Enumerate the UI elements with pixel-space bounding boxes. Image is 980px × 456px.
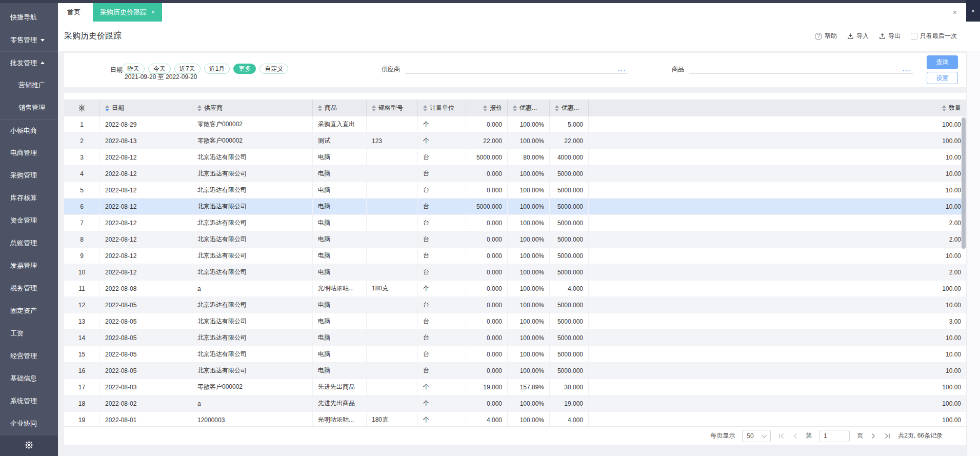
table-scrollbar-thumb[interactable] (962, 117, 966, 249)
window-corner-button[interactable]: × (966, 0, 980, 22)
table-row[interactable]: 8 2022-08-12 北京迅达有限公司 电脑 台 0.000 100.00%… (64, 231, 966, 248)
product-picker-icon[interactable]: ... (903, 66, 911, 73)
cell-discount-price: 5000.000 (550, 363, 589, 379)
cell-row-number: 4 (64, 166, 100, 182)
cell-unit: 台 (418, 199, 466, 214)
column-header-quantity[interactable]: 数量 (876, 100, 966, 116)
last-page-button[interactable] (884, 433, 891, 439)
help-button[interactable]: ? 帮助 (815, 32, 837, 41)
sort-icon[interactable] (942, 105, 946, 111)
sidebar-item[interactable]: 基础信息 (0, 367, 58, 390)
cell-product: 电脑 (313, 215, 367, 231)
sort-icon[interactable] (483, 105, 487, 111)
table-row[interactable]: 2 2022-08-13 零散客户000002 测试 123 个 22.000 … (64, 133, 966, 149)
sidebar-item[interactable]: 营销推广 (0, 74, 58, 96)
supplier-picker-icon[interactable]: ... (618, 66, 626, 73)
sort-icon[interactable] (555, 105, 559, 111)
cell-quantity: 10.00 (876, 248, 966, 264)
table-row[interactable]: 10 2022-08-12 北京迅达有限公司 电脑 台 0.000 100.00… (64, 264, 966, 281)
settings-button[interactable]: 设置 (927, 72, 958, 84)
import-button[interactable]: 导入 (847, 32, 869, 41)
table-row[interactable]: 14 2022-08-05 北京迅达有限公司 电脑 台 0.000 100.00… (64, 330, 966, 346)
sidebar-item[interactable]: 零售管理 (0, 29, 58, 51)
supplier-input[interactable]: ... (405, 63, 628, 74)
cell-filler (589, 116, 876, 132)
prev-page-button[interactable] (792, 433, 798, 439)
date-range-value[interactable]: 2021-09-20 至 2022-09-20 (125, 73, 197, 82)
column-header-discount-rate[interactable]: 优惠... (508, 100, 550, 116)
sidebar-item[interactable]: 电商管理 (0, 142, 58, 164)
sort-icon[interactable] (105, 105, 109, 111)
cell-supplier: 零散客户000002 (192, 133, 313, 149)
tab-close-icon[interactable]: × (151, 9, 155, 16)
column-header-discount-price[interactable]: 优惠... (550, 100, 589, 116)
sort-icon[interactable] (423, 105, 427, 111)
table-row[interactable]: 18 2022-08-02 a 先进先出商品 个 0.000 100.00% 1… (64, 395, 966, 412)
tab-home[interactable]: 首页 (60, 3, 88, 22)
sidebar-item[interactable]: 经营管理 (0, 345, 58, 367)
first-page-button[interactable] (778, 433, 785, 439)
sidebar-item[interactable]: 销售管理 (0, 96, 58, 119)
cell-spec: 123 (367, 133, 418, 149)
sort-icon[interactable] (318, 105, 322, 111)
sort-icon[interactable] (372, 105, 376, 111)
per-page-select[interactable]: 50 (742, 430, 771, 442)
sidebar-item[interactable]: 库存核算 (0, 187, 58, 209)
page-number-input[interactable] (819, 430, 850, 442)
sidebar-item-label: 工资 (10, 329, 24, 338)
sidebar-item[interactable]: 小畅电商 (0, 119, 58, 142)
sidebar-item[interactable]: 发票管理 (0, 254, 58, 277)
close-icon[interactable]: × (953, 8, 957, 16)
cell-discount-price: 5000.000 (550, 330, 589, 346)
sidebar-item[interactable]: 系统管理 (0, 390, 58, 412)
table-row[interactable]: 4 2022-08-12 北京迅达有限公司 电脑 台 0.000 100.00%… (64, 166, 966, 182)
table-row[interactable]: 12 2022-08-05 北京迅达有限公司 电脑 台 0.000 100.00… (64, 297, 966, 313)
table-row[interactable]: 16 2022-08-05 北京迅达有限公司 电脑 台 0.000 100.00… (64, 363, 966, 379)
column-header-spec[interactable]: 规格型号 (367, 100, 418, 116)
query-button[interactable]: 查询 (927, 55, 958, 69)
sidebar-item[interactable]: 税务管理 (0, 277, 58, 300)
sidebar-item[interactable]: 批发管理 (0, 51, 58, 74)
next-page-button[interactable] (870, 433, 876, 439)
sidebar-item[interactable]: 快捷导航 (0, 6, 58, 29)
date-pill[interactable]: 今天 (148, 64, 171, 74)
date-pill[interactable]: 近7天 (174, 64, 201, 74)
date-pill[interactable]: 更多 (233, 64, 256, 74)
column-header-price[interactable]: 报价 (466, 100, 508, 116)
column-header-product[interactable]: 商品 (313, 100, 367, 116)
table-row[interactable]: 17 2022-08-03 零散客户000002 先进先出商品 个 19.000… (64, 379, 966, 395)
tab-purchase-history-tracking[interactable]: 采购历史价跟踪 × (93, 3, 162, 22)
sort-icon[interactable] (197, 105, 202, 111)
column-settings-gear[interactable] (64, 100, 100, 116)
table-row[interactable]: 3 2022-08-12 北京迅达有限公司 电脑 台 5000.000 80.0… (64, 149, 966, 166)
sidebar-item[interactable]: 采购管理 (0, 164, 58, 187)
checkbox-icon[interactable] (911, 33, 917, 39)
table-row[interactable]: 19 2022-08-01 12000003 光明咕浓咕... 180克 个 4… (64, 412, 966, 426)
product-input[interactable]: ... (689, 63, 913, 74)
sidebar-item[interactable]: 企业协同 (0, 412, 58, 435)
table-row[interactable]: 6 2022-08-12 北京迅达有限公司 电脑 台 5000.000 100.… (64, 199, 966, 215)
cell-spec (367, 231, 418, 247)
sidebar-item[interactable]: 工资 (0, 322, 58, 345)
settings-gear-icon[interactable] (25, 441, 33, 451)
date-pill[interactable]: 近1月 (204, 64, 230, 74)
date-pill[interactable]: 昨天 (122, 64, 145, 74)
sidebar-item[interactable]: 资金管理 (0, 209, 58, 232)
table-row[interactable]: 13 2022-08-05 北京迅达有限公司 电脑 台 0.000 100.00… (64, 313, 966, 330)
column-header-date[interactable]: 日期 (100, 100, 192, 116)
table-row[interactable]: 7 2022-08-12 北京迅达有限公司 电脑 台 0.000 100.00%… (64, 215, 966, 231)
date-pill[interactable]: 自定义 (259, 64, 288, 74)
table-row[interactable]: 5 2022-08-12 北京迅达有限公司 电脑 台 0.000 100.00%… (64, 182, 966, 199)
table-row[interactable]: 1 2022-08-29 零散客户000002 采购直入直出 个 0.000 1… (64, 116, 966, 133)
export-button[interactable]: 导出 (879, 32, 901, 41)
table-row[interactable]: 11 2022-08-08 a 光明咕浓咕... 180克 个 0.000 10… (64, 281, 966, 297)
sidebar-item[interactable]: 固定资产 (0, 300, 58, 322)
sort-icon[interactable] (513, 105, 517, 111)
cell-product: 电脑 (313, 363, 367, 379)
table-row[interactable]: 15 2022-08-05 北京迅达有限公司 电脑 台 0.000 100.00… (64, 346, 966, 363)
sidebar-item[interactable]: 总账管理 (0, 232, 58, 254)
column-header-supplier[interactable]: 供应商 (192, 100, 313, 116)
column-header-unit[interactable]: 计量单位 (418, 100, 466, 116)
table-row[interactable]: 9 2022-08-12 北京迅达有限公司 电脑 台 0.000 100.00%… (64, 248, 966, 264)
only-last-checkbox[interactable]: 只看最后一次 (911, 32, 957, 41)
